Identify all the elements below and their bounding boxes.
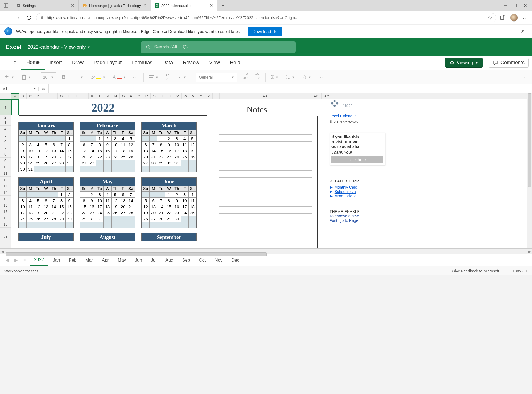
row-header-16[interactable]: 16 [0,202,11,208]
paste-button[interactable]: ▼ [20,72,33,82]
sheet-nav-next[interactable]: ▶ [13,257,19,263]
maximize-icon[interactable] [514,4,517,7]
row-header-6[interactable]: 6 [0,138,11,145]
sort-filter-button[interactable]: AZ▼ [284,72,297,82]
sheet-tab-2022[interactable]: 2022 [30,254,48,266]
related-link-2[interactable]: Schedules a [335,189,356,194]
ribbon-tab-file[interactable]: File [3,56,21,70]
bold-button[interactable]: B [60,72,67,82]
increase-decimal-button[interactable]: ←0.00 [241,72,249,82]
number-format-select[interactable]: General▼ [196,73,237,82]
new-tab-button[interactable]: + [217,0,228,11]
sheet-tab-nov[interactable]: Nov [210,255,227,266]
column-header-V[interactable]: V [174,93,182,99]
column-header-T[interactable]: T [158,93,166,99]
sheet-nav-prev[interactable]: ◀ [4,257,11,263]
all-sheets-button[interactable]: ≡ [22,258,27,263]
find-button[interactable]: ▼ [300,72,313,82]
zoom-level[interactable]: 100% [513,269,523,273]
row-header-10[interactable]: 10 [0,164,11,170]
column-header-S[interactable]: S [151,93,158,99]
related-link-3[interactable]: More Calenc [335,194,356,198]
ribbon-tab-home[interactable]: Home [21,56,45,70]
borders-button[interactable]: ▼ [71,72,85,82]
column-header-A[interactable]: A [11,93,19,99]
column-header-C[interactable]: C [27,93,34,99]
undo-button[interactable]: ▼ [3,72,16,82]
file-name-dropdown[interactable]: 2022-calendar - View-only ▼ [28,44,91,50]
tab-ghacks[interactable]: g Homepage | gHacks Technology ✕ [79,0,151,11]
sheet-tab-may[interactable]: May [113,255,130,266]
tab-settings[interactable]: Settings ✕ [12,0,79,11]
row-header-8[interactable]: 8 [0,151,11,158]
sheet-tab-dec[interactable]: Dec [227,255,244,266]
click-here-button[interactable]: click here [331,156,383,163]
autosum-button[interactable]: Σ▼ [269,72,280,82]
column-header-R[interactable]: R [143,93,151,99]
back-button[interactable]: ← [3,14,11,22]
comments-button[interactable]: Comments [489,58,529,68]
zoom-out-button[interactable]: − [508,269,510,273]
column-header-H[interactable]: H [65,93,73,99]
sheet-tab-apr[interactable]: Apr [97,255,113,266]
minimize-icon[interactable] [504,4,507,7]
horizontal-scrollbar[interactable]: ◀ ▶ [0,248,532,254]
column-header-J[interactable]: J [81,93,89,99]
sheet-tab-feb[interactable]: Feb [65,255,81,266]
close-icon[interactable]: ✕ [210,3,213,8]
row-header-19[interactable]: 19 [0,221,11,228]
sheet-tab-jan[interactable]: Jan [48,255,65,266]
refresh-button[interactable] [25,14,33,22]
profile-avatar[interactable] [510,14,518,22]
column-header-D[interactable]: D [34,93,42,99]
ribbon-tab-draw[interactable]: Draw [67,56,89,70]
column-header-Y[interactable]: Y [197,93,205,99]
close-icon[interactable]: ✕ [71,3,74,8]
row-header-17[interactable]: 17 [0,208,11,215]
zoom-in-button[interactable]: + [525,269,528,273]
column-header-O[interactable]: O [120,93,127,99]
row-header-13[interactable]: 13 [0,183,11,189]
column-header-W[interactable]: W [182,93,189,99]
url-input[interactable] [47,16,485,20]
name-box[interactable]: A1▾ [0,87,39,91]
row-headers[interactable]: 123456789101112131415161718192021 [0,93,11,248]
column-header-I[interactable]: I [73,93,81,99]
row-header-2[interactable]: 2 [0,115,11,119]
tab-excel-file[interactable]: X 2022-calendar.xlsx ✕ [151,0,217,11]
decrease-decimal-button[interactable]: .00→0 [253,72,261,82]
column-header-P[interactable]: P [127,93,135,99]
sheet-tab-oct[interactable]: Oct [194,255,210,266]
column-header-M[interactable]: M [104,93,112,99]
more-commands-button[interactable]: ··· [317,72,325,82]
close-icon[interactable]: ✕ [143,3,147,8]
viewing-mode-button[interactable]: Viewing ▼ [445,58,483,68]
row-header-14[interactable]: 14 [0,189,11,196]
row-header-11[interactable]: 11 [0,170,11,177]
favorite-icon[interactable]: + [488,16,492,20]
row-header-12[interactable]: 12 [0,177,11,183]
sheet-tab-mar[interactable]: Mar [81,255,97,266]
font-size-select[interactable]: 10▼ [41,72,56,82]
download-file-button[interactable]: Download file [248,27,282,36]
vertical-scrollbar[interactable] [527,93,532,248]
related-link-1[interactable]: Monthly Cale [335,185,357,189]
row-header-21[interactable]: 21 [0,234,11,240]
column-header-X[interactable]: X [189,93,197,99]
row-header-18[interactable]: 18 [0,215,11,221]
sheet-tab-aug[interactable]: Aug [161,255,178,266]
row-header-3[interactable]: 3 [0,119,11,126]
column-header-Z[interactable]: Z [205,93,213,99]
ribbon-tab-page-layout[interactable]: Page Layout [89,56,127,70]
row-header-1[interactable]: 1 [0,99,11,115]
forward-button[interactable]: → [14,14,22,22]
excel-calendar-link[interactable]: Excel Calendar [330,114,356,118]
menu-icon[interactable]: ··· [523,15,529,21]
row-header-5[interactable]: 5 [0,132,11,138]
address-bar[interactable]: + [36,13,496,22]
scroll-right-button[interactable]: ▶ [526,249,532,254]
column-header-F[interactable]: F [50,93,58,99]
column-header-U[interactable]: U [166,93,174,99]
ribbon-tab-view[interactable]: View [204,56,225,70]
ribbon-tab-help[interactable]: Help [225,56,245,70]
